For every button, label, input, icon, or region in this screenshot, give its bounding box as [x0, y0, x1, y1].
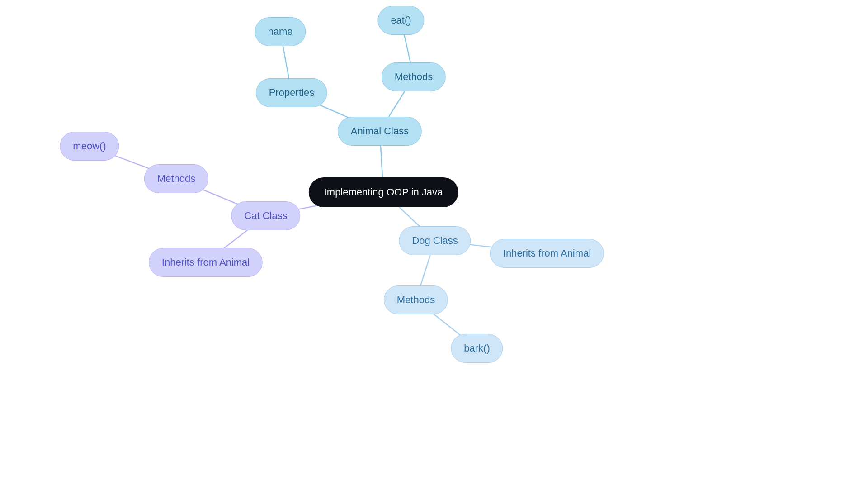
cat-inherits-node[interactable]: Inherits from Animal	[149, 248, 263, 277]
cat-meow-node[interactable]: meow()	[60, 132, 119, 161]
animal-name-node[interactable]: name	[255, 17, 306, 46]
animal-class-node[interactable]: Animal Class	[338, 117, 422, 146]
cat-methods-node[interactable]: Methods	[144, 164, 208, 193]
dog-class-node[interactable]: Dog Class	[399, 226, 471, 255]
animal-properties-node[interactable]: Properties	[256, 78, 327, 107]
dog-inherits-node[interactable]: Inherits from Animal	[490, 239, 604, 268]
dog-bark-node[interactable]: bark()	[451, 334, 503, 363]
mindmap-canvas: Implementing OOP in Java Animal Class Pr…	[0, 0, 868, 490]
cat-class-node[interactable]: Cat Class	[231, 201, 300, 230]
dog-methods-node[interactable]: Methods	[384, 285, 448, 314]
animal-eat-node[interactable]: eat()	[377, 6, 424, 35]
animal-methods-node[interactable]: Methods	[382, 62, 446, 91]
root-node[interactable]: Implementing OOP in Java	[309, 177, 458, 207]
